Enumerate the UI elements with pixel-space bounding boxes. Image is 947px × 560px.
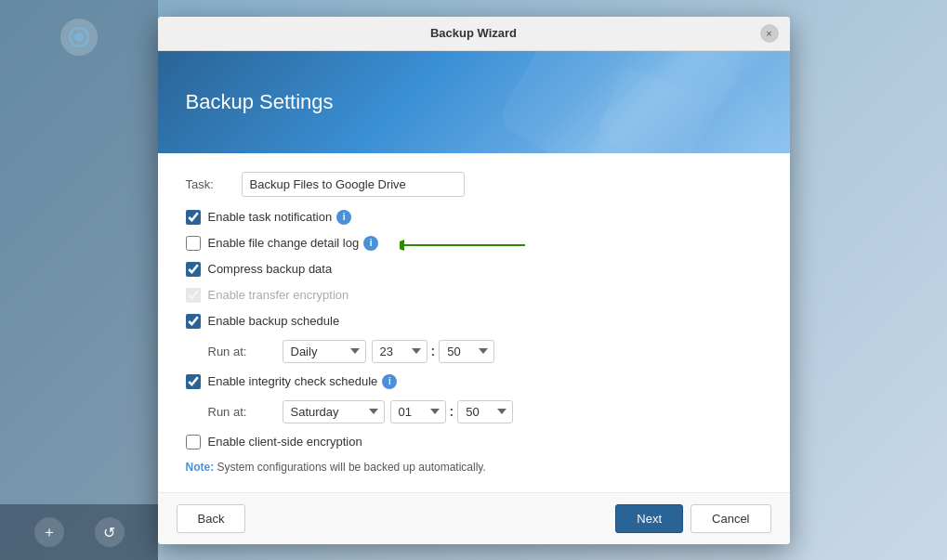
integrity-run-at-row: Run at: Saturday 01 : 50 xyxy=(208,400,762,423)
dialog-header: Backup Settings xyxy=(158,51,790,153)
colon-separator-1: : xyxy=(431,344,436,358)
enable-backup-schedule-row: Enable backup schedule xyxy=(186,314,762,329)
enable-file-change-log-checkbox[interactable] xyxy=(186,236,201,251)
enable-integrity-check-checkbox[interactable] xyxy=(186,374,201,389)
backup-run-at-row: Run at: Daily 23 : 50 xyxy=(208,340,762,363)
enable-transfer-encryption-checkbox xyxy=(186,288,201,303)
dialog-title: Backup Wizard xyxy=(188,26,760,40)
desktop: ＋ ↺ Backup Wizard × Backup Settings xyxy=(0,0,947,560)
enable-file-change-log-row: Enable file change detail log i xyxy=(186,236,762,251)
enable-client-encryption-checkbox[interactable] xyxy=(186,435,201,449)
green-arrow-annotation xyxy=(400,236,530,254)
cancel-button[interactable]: Cancel xyxy=(691,504,770,533)
enable-client-encryption-row: Enable client-side encryption xyxy=(186,435,762,449)
enable-integrity-check-label: Enable integrity check schedule xyxy=(208,374,378,388)
backup-run-at-label: Run at: xyxy=(208,345,283,358)
enable-backup-schedule-checkbox[interactable] xyxy=(186,314,201,329)
backup-wizard-dialog: Backup Wizard × Backup Settings Task: xyxy=(158,17,790,544)
integrity-hour-select[interactable]: 01 xyxy=(390,400,446,423)
integrity-day-select[interactable]: Saturday xyxy=(283,400,385,423)
backup-minute-select[interactable]: 50 xyxy=(439,340,494,363)
modal-overlay: Backup Wizard × Backup Settings Task: xyxy=(0,0,947,560)
enable-transfer-encryption-label: Enable transfer encryption xyxy=(208,288,349,302)
header-decoration xyxy=(446,51,771,153)
enable-transfer-encryption-row: Enable transfer encryption xyxy=(186,288,762,303)
enable-client-encryption-label: Enable client-side encryption xyxy=(208,435,362,449)
task-label: Task: xyxy=(186,177,242,191)
compress-backup-label: Compress backup data xyxy=(208,262,333,276)
enable-task-notification-row: Enable task notification i xyxy=(186,210,762,225)
integrity-check-info-icon[interactable]: i xyxy=(382,374,397,389)
enable-task-notification-label: Enable task notification xyxy=(208,210,333,224)
dialog-titlebar: Backup Wizard × xyxy=(158,17,790,51)
next-button[interactable]: Next xyxy=(615,504,683,533)
task-notification-info-icon[interactable]: i xyxy=(336,210,351,225)
task-row: Task: xyxy=(186,172,762,197)
backup-schedule-run-at: Run at: Daily 23 : 50 xyxy=(208,340,762,363)
task-input[interactable] xyxy=(242,172,465,197)
integrity-schedule-run-at: Run at: Saturday 01 : 50 xyxy=(208,400,762,423)
note-text: Note: System configurations will be back… xyxy=(186,461,762,474)
dialog-body: Task: Enable task notification i Enable … xyxy=(158,153,790,492)
enable-file-change-log-label: Enable file change detail log xyxy=(208,236,360,250)
integrity-minute-select[interactable]: 50 xyxy=(457,400,513,423)
file-change-log-info-icon[interactable]: i xyxy=(363,236,378,251)
footer-right-buttons: Next Cancel xyxy=(615,504,770,533)
back-button[interactable]: Back xyxy=(177,504,246,533)
header-title: Backup Settings xyxy=(186,90,334,114)
enable-integrity-check-row: Enable integrity check schedule i xyxy=(186,374,762,389)
colon-separator-2: : xyxy=(450,404,454,419)
compress-backup-row: Compress backup data xyxy=(186,262,762,277)
compress-backup-checkbox[interactable] xyxy=(186,262,201,277)
enable-backup-schedule-label: Enable backup schedule xyxy=(208,314,340,328)
enable-task-notification-checkbox[interactable] xyxy=(186,210,201,225)
note-label: Note: xyxy=(186,461,215,474)
backup-hour-select[interactable]: 23 xyxy=(372,340,427,363)
dialog-footer: Back Next Cancel xyxy=(158,492,790,544)
backup-frequency-select[interactable]: Daily xyxy=(283,340,366,363)
close-button[interactable]: × xyxy=(760,24,779,43)
note-content: System configurations will be backed up … xyxy=(217,461,486,474)
integrity-run-at-label: Run at: xyxy=(208,405,283,419)
